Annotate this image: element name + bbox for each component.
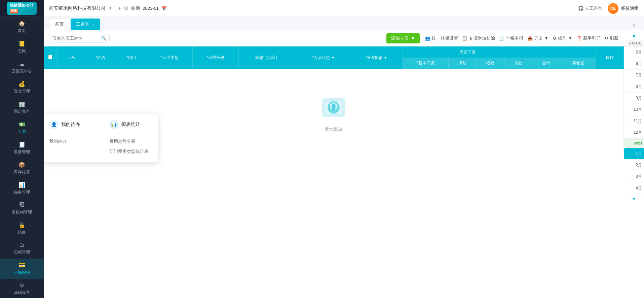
month-item-4[interactable]: 4月 — [624, 183, 644, 194]
sidebar-item-home[interactable]: 🏠 首页 — [0, 17, 44, 37]
logo-text: 畅捷通好会计 — [10, 3, 34, 8]
month-item-2[interactable]: 2月 — [624, 160, 644, 171]
month-item-10[interactable]: 10月 — [624, 104, 644, 115]
tax-icon: 📊 — [18, 182, 25, 188]
svg-point-6 — [331, 104, 332, 106]
plus-icon[interactable]: + — [118, 5, 121, 11]
topbar: 西安虾米网络科技有限公司 ▼ + ⚙ 账期 2023-01 📅 🎧 人工咨询 C… — [44, 0, 644, 17]
todo-title: 我的待办 — [61, 122, 80, 128]
calendar-icon[interactable]: 📅 — [161, 6, 167, 11]
month-item-5[interactable]: 5月 — [624, 47, 644, 58]
sidebar-item-multi-org[interactable]: 🏗 多机构管理 — [0, 199, 44, 219]
sidebar-item-closing[interactable]: 🔒 结账 — [0, 219, 44, 239]
year-marker-2023: 2023 — [624, 138, 644, 148]
sidebar-item-ledger[interactable]: 📒 总账 — [0, 37, 44, 57]
export-icon: 📤 — [527, 36, 533, 41]
content-wrapper: 🔍 添加人员 ▼ 👥 统一社保设置 📋 专项附加扣除 — [44, 30, 644, 298]
menu-item-my-todo[interactable]: 我的待办 — [49, 136, 93, 146]
logo-badge: 视频 — [10, 9, 18, 13]
table-container: 工号 *姓名 *部门 *证照类型 *证照号码 国籍（地区） *人员状态 ▼ — [44, 46, 624, 298]
sidebar-item-inventory[interactable]: 📦 库存核算 — [0, 158, 44, 178]
invoice-icon: 🧾 — [18, 141, 25, 148]
service-button[interactable]: 🎧 人工咨询 — [578, 5, 602, 11]
menu-item-expense-trend[interactable]: 费用趋势分析 — [109, 136, 153, 146]
sidebar-item-basic-settings[interactable]: ⚙ 基础设置 — [0, 279, 44, 298]
export-dropdown-icon: ▼ — [544, 36, 548, 41]
user-name: 畅捷通组 — [621, 5, 639, 11]
company-dropdown-arrow[interactable]: ▼ — [108, 6, 112, 11]
operations-btn[interactable]: ⚙ 操作 ▼ — [553, 35, 572, 41]
sidebar-item-expense[interactable]: 💳 小畅报销 — [0, 259, 44, 279]
new-guide-toolbar-btn[interactable]: ❓ 新手引导 — [576, 35, 601, 41]
user-info[interactable]: CE 畅捷通组 — [608, 3, 639, 14]
ledger-icon: 📒 — [18, 40, 25, 47]
multi-org-icon: 🏗 — [19, 202, 25, 208]
th-id-number: *证照号码 — [193, 46, 238, 69]
expense-icon: 💳 — [18, 262, 25, 268]
tab-close-window[interactable]: × — [629, 21, 639, 30]
month-item-9[interactable]: 9月 — [624, 93, 644, 104]
table-toolbar: 🔍 添加人员 ▼ 👥 统一社保设置 📋 专项附加扣除 — [44, 30, 624, 46]
month-item-8[interactable]: 8月 — [624, 81, 644, 93]
menu-divider — [101, 120, 101, 157]
th-nationality: 国籍（地区） — [238, 46, 296, 69]
sidebar-item-fixed-assets[interactable]: 🏢 固定资产 — [0, 98, 44, 118]
th-submit-status: 报送状态 ▼ — [351, 46, 403, 69]
month-nav-up[interactable]: ▲ — [624, 30, 644, 40]
th-base-salary: *基本工资 — [403, 58, 448, 69]
settings-gear-icon[interactable]: ⚙ — [124, 5, 128, 11]
month-item-6[interactable]: 6月 — [624, 58, 644, 70]
month-item-3[interactable]: 3月 — [624, 171, 644, 183]
month-item-11[interactable]: 11月 — [624, 115, 644, 127]
month-item-7[interactable]: 7月 — [624, 70, 644, 81]
th-deduction-group — [532, 46, 596, 58]
th-performance: 绩效 — [476, 58, 504, 69]
sidebar-item-archive[interactable]: 🗂 归档管理 — [0, 239, 44, 259]
search-input[interactable] — [52, 36, 99, 41]
report-icon: 📊 — [109, 120, 119, 129]
th-name: *姓名 — [85, 46, 116, 69]
month-item-12[interactable]: 12月 — [624, 127, 644, 138]
settings-icon: ⚙ — [20, 282, 24, 289]
headset-icon: 🎧 — [578, 6, 583, 11]
sidebar-item-tax[interactable]: 📊 税务管理 — [0, 178, 44, 199]
th-allowance: 津贴 — [448, 58, 476, 69]
add-dropdown-arrow: ▼ — [411, 36, 415, 41]
inventory-icon: 📦 — [18, 162, 25, 168]
tab-home[interactable]: 首页 — [49, 18, 69, 30]
year-label: 2023.01 — [624, 40, 644, 47]
search-box[interactable]: 🔍 — [49, 34, 110, 42]
tab-payroll[interactable]: 工资表 × — [71, 19, 100, 30]
month-nav-down[interactable]: ▼ — [624, 194, 644, 203]
sidebar-item-invoice[interactable]: 🧾 发票管理 — [0, 138, 44, 158]
select-all-checkbox[interactable] — [48, 55, 52, 59]
cloud-icon: ☁ — [19, 61, 25, 67]
tax-report-btn[interactable]: 🧾 个税申报 — [499, 35, 523, 41]
floating-menu: 👤 我的待办 我的待办 📊 报表统计 费用趋势分析 部门费用类型统计表 — [44, 114, 158, 162]
th-employee-id: 工号 — [57, 46, 85, 69]
tabbar: 首页 工资表 × × — [44, 17, 644, 30]
building-icon: 🏢 — [18, 101, 25, 107]
social-security-btn[interactable]: 👥 统一社保设置 — [425, 35, 458, 41]
status-filter-icon[interactable]: ▼ — [331, 56, 335, 60]
menu-item-dept-expense[interactable]: 部门费用类型统计表 — [109, 146, 153, 157]
sidebar: 畅捷通好会计 视频 🏠 首页 📒 总账 ☁ 云报表中心 💰 资金管理 🏢 固定资… — [0, 0, 44, 298]
export-btn[interactable]: 📤 导出 ▼ — [527, 35, 548, 41]
tab-close-icon[interactable]: × — [92, 22, 94, 26]
period-value[interactable]: 2023-01 — [143, 6, 159, 11]
refresh-icon: ↻ — [605, 36, 608, 41]
refresh-btn[interactable]: ↻ 刷新 — [605, 35, 618, 41]
sidebar-item-cloud-report[interactable]: ☁ 云报表中心 — [0, 57, 44, 77]
special-deduct-btn[interactable]: 📋 专项附加扣除 — [462, 35, 495, 41]
th-id-type: *证照类型 — [147, 46, 193, 69]
add-person-button[interactable]: 添加人员 ▼ — [386, 33, 420, 43]
month-item-1-current[interactable]: 1月 — [624, 148, 644, 160]
th-status: *人员状态 ▼ — [296, 46, 351, 69]
sidebar-item-payroll[interactable]: 💵 工资 — [0, 118, 44, 138]
sidebar-item-fund[interactable]: 💰 资金管理 — [0, 77, 44, 98]
submit-filter-icon[interactable]: ▼ — [383, 56, 387, 60]
checkbox-header[interactable] — [44, 46, 57, 69]
company-name[interactable]: 西安虾米网络科技有限公司 — [49, 5, 106, 11]
search-icon[interactable]: 🔍 — [101, 36, 107, 41]
svg-rect-5 — [332, 107, 335, 110]
